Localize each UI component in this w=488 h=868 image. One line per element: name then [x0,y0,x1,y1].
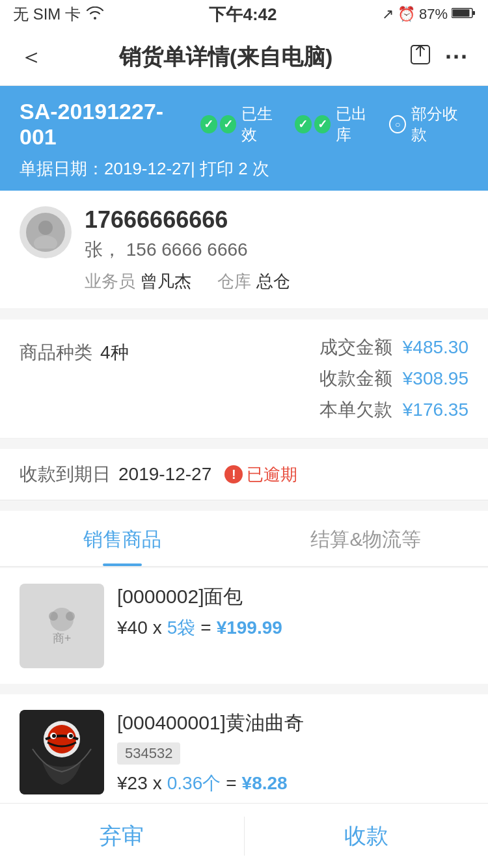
battery-icon [452,6,475,23]
product-thumb-placeholder-1: 商+ [20,584,104,668]
badge-partial: ○ 部分收款 [389,103,468,145]
shipped-check-icon: ✓ [314,115,331,133]
owed-amount-label: 本单欠款 [319,398,392,422]
partial-clock-icon: ○ [389,115,406,133]
overdue-label: 已逾期 [247,463,297,486]
product-name-1: [0000002]面包 [117,584,468,610]
salesman-label: 业务员 [85,270,135,293]
banner-row2: 单据日期：2019-12-27| 打印 2 次 [20,157,468,180]
product-sku-badge-2: 534532 [117,742,180,765]
badge-shipped: ✓ 已出库 [295,103,379,145]
carrier-label: 无 SIM 卡 [13,4,81,25]
order-id: SA-20191227-001 [20,99,187,150]
date-value: 2019-12-27 [104,159,191,178]
received-amount-row: 收款金额 ¥308.95 [319,366,468,391]
due-date-label: 收款到期日 [20,462,111,487]
status-bar: 无 SIM 卡 下午4:42 ↗ ⏰ 87% [0,0,488,29]
due-section: 收款到期日 2019-12-27 ! 已逾期 [0,449,488,500]
warehouse-label: 仓库 [217,270,251,293]
product-types-item: 商品种类 4种 [20,340,129,365]
banner-badges: ✓ 已生效 ✓ 已出库 ○ 部分收款 [200,103,468,145]
tabs-section: 销售商品 结算&物流等 [0,511,488,567]
svg-rect-1 [472,11,475,15]
svg-point-8 [66,612,75,621]
svg-point-5 [34,236,57,249]
svg-point-4 [38,221,53,235]
due-date-value: 2019-12-27 [118,464,211,485]
share-button[interactable] [409,43,432,71]
product-multiply-2: x [153,773,162,794]
avatar [20,206,72,258]
wifi-icon [86,5,104,23]
summary-right: 成交金额 ¥485.30 收款金额 ¥308.95 本单欠款 ¥176.35 [319,335,468,422]
nav-left: ＜ [20,41,43,73]
svg-point-16 [69,734,73,738]
product-thumb-2 [20,710,104,794]
status-bar-right: ↗ ⏰ 87% [382,6,475,23]
deal-amount-row: 成交金额 ¥485.30 [319,335,468,360]
product-price-row-2: ¥23 x 0.36个 = ¥8.28 [117,771,468,796]
battery-label: 87% [419,6,448,23]
owed-amount-row: 本单欠款 ¥176.35 [319,398,468,422]
nav-bar: ＜ 销货单详情(来自电脑) ··· [0,29,488,86]
svg-text:商+: 商+ [53,632,72,645]
deal-amount-value: ¥485.30 [403,337,468,358]
location-icon: ↗ [382,6,394,23]
product-equals-2: = [226,773,236,794]
product-price-base-1: ¥40 [117,617,148,638]
salesman-value: 曾凡杰 [141,270,191,293]
product-name-2: [000400001]黄油曲奇 [117,710,468,737]
warehouse-value: 总仓 [256,270,290,293]
received-amount-value: ¥308.95 [403,368,468,389]
banner-row1: SA-20191227-001 ✓ 已生效 ✓ 已出库 ○ 部分收款 [20,99,468,150]
deal-amount-label: 成交金额 [319,335,392,360]
nav-right: ··· [409,43,468,71]
summary-left: 商品种类 4种 [20,335,129,365]
customer-meta: 业务员 曾凡杰 仓库 总仓 [85,270,468,293]
collect-payment-button[interactable]: 收款 [245,808,489,864]
print-info: | 打印 2 次 [191,159,269,178]
header-banner: SA-20191227-001 ✓ 已生效 ✓ 已出库 ○ 部分收款 单据日期：… [0,86,488,191]
product-item: 商+ [0000002]面包 ¥40 x 5袋 = ¥199.99 [0,568,488,684]
status-bar-time: 下午4:42 [209,3,277,26]
warehouse-item: 仓库 总仓 [217,270,290,293]
svg-rect-2 [452,10,469,17]
summary-section: 商品种类 4种 成交金额 ¥485.30 收款金额 ¥308.95 本单欠款 ¥… [0,319,488,439]
product-price-base-2: ¥23 [117,773,148,794]
back-button[interactable]: ＜ [20,41,43,73]
cancel-review-button[interactable]: 弃审 [0,808,244,864]
product-types-label: 商品种类 [20,340,92,365]
alarm-icon: ⏰ [398,6,415,23]
svg-point-12 [47,725,76,753]
customer-section: 17666666666 张， 156 6666 6666 业务员 曾凡杰 仓库 … [0,191,488,309]
product-types-value: 4种 [100,340,129,365]
svg-point-15 [52,734,56,738]
overdue-icon: ! [224,465,243,483]
customer-phone: 张， 156 6666 6666 [85,237,468,262]
more-button[interactable]: ··· [445,44,468,71]
product-thumb-1: 商+ [20,584,104,668]
product-equals-1: = [200,617,211,638]
tab-products[interactable]: 销售商品 [0,511,244,566]
date-label: 单据日期： [20,159,104,178]
nav-title: 销货单详情(来自电脑) [119,42,333,72]
product-quantity-2: 0.36个 [167,771,221,796]
received-amount-label: 收款金额 [319,366,392,391]
product-info-2: [000400001]黄油曲奇 534532 ¥23 x 0.36个 = ¥8.… [117,710,468,796]
badge-effective: ✓ 已生效 [200,103,284,145]
product-price-row-1: ¥40 x 5袋 = ¥199.99 [117,616,468,640]
status-bar-left: 无 SIM 卡 [13,4,104,25]
bottom-bar: 弃审 收款 [0,803,488,868]
owed-amount-value: ¥176.35 [403,400,468,420]
effective-check-icon: ✓ [220,115,237,133]
product-info-1: [0000002]面包 ¥40 x 5袋 = ¥199.99 [117,584,468,640]
summary-row: 商品种类 4种 成交金额 ¥485.30 收款金额 ¥308.95 本单欠款 ¥… [20,335,468,422]
product-item: [000400001]黄油曲奇 534532 ¥23 x 0.36个 = ¥8.… [0,694,488,811]
tabs-row: 销售商品 结算&物流等 [0,511,488,567]
customer-account-id: 17666666666 [85,206,468,234]
tab-settlement[interactable]: 结算&物流等 [244,511,488,566]
overdue-badge: ! 已逾期 [224,463,297,486]
product-multiply-1: x [153,617,162,638]
svg-point-7 [49,612,58,621]
salesman-item: 业务员 曾凡杰 [85,270,191,293]
